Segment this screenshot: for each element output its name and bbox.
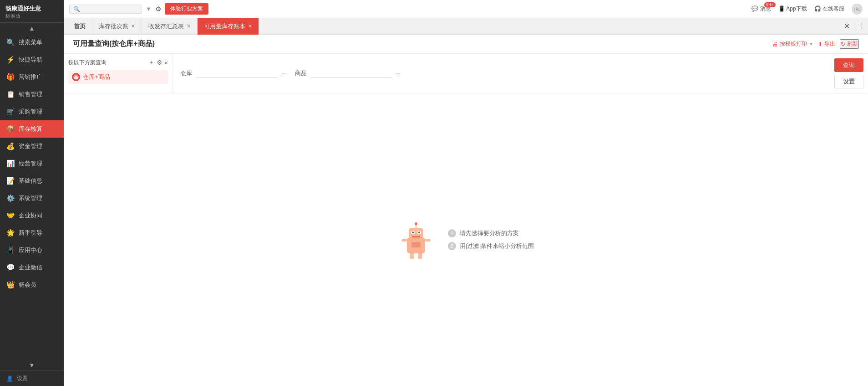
expand-tab-btn[interactable]: ⛶ xyxy=(853,22,864,31)
scroll-up-btn[interactable]: ▲ xyxy=(0,23,64,34)
message-area[interactable]: 💬 消息 99+ xyxy=(751,5,771,13)
sidebar-header: 畅康通好生意 标准版 xyxy=(0,0,64,23)
print-label: 按模板打印 xyxy=(780,40,807,48)
tab-receive-summary[interactable]: 收发存汇总表 ✕ xyxy=(142,18,198,35)
sidebar-item-wechat[interactable]: 💬 企业微信 xyxy=(0,259,64,276)
sidebar-item-appstore[interactable]: 📱 应用中心 xyxy=(0,242,64,259)
sidebar-item-purchase[interactable]: 🛒 采购管理 xyxy=(0,103,64,120)
sidebar-item-label: 采购管理 xyxy=(19,108,42,116)
refresh-btn[interactable]: ↻ 刷新 xyxy=(840,39,859,49)
goods-input[interactable] xyxy=(310,69,392,78)
query-section: 按以下方案查询 ＋ ⚙ « 仓库+商品 xyxy=(64,54,868,93)
empty-tip-2: 2 用[过滤]条件来缩小分析范围 xyxy=(448,242,534,250)
lightning-icon: ⚡ xyxy=(6,56,15,64)
online-service-label: 在线客服 xyxy=(822,5,844,12)
export-label: 导出 xyxy=(824,40,835,48)
goods-label: 商品 xyxy=(295,69,307,77)
search-box: 🔍 xyxy=(69,5,142,14)
sidebar-item-quick-nav[interactable]: ⚡ 快捷导航 xyxy=(0,51,64,68)
tabs-bar: 首页 库存批次账 ✕ 收发存汇总表 ✕ 可用量库存账本 ✕ ✕ ⛶ xyxy=(64,18,868,35)
print-btn[interactable]: 🖨 按模板打印 ▼ xyxy=(772,40,813,48)
warehouse-more[interactable]: ··· xyxy=(281,70,286,77)
tab-receive-summary-close[interactable]: ✕ xyxy=(187,23,191,29)
scheme-icon xyxy=(72,73,80,81)
avatar[interactable]: Rit xyxy=(852,4,863,15)
sidebar-item-label: 基础信息 xyxy=(19,177,42,185)
export-btn[interactable]: ⬆ 导出 xyxy=(818,40,835,48)
refresh-label: 刷新 xyxy=(847,40,858,48)
search-input[interactable] xyxy=(82,6,127,12)
crown-icon: 👑 xyxy=(6,281,15,289)
main-area: 🔍 ▼ ⚙ 体验行业方案 💬 消息 99+ 📱 App下载 🎧 在线客服 Rit xyxy=(64,0,868,386)
tab-available-ledger-label: 可用量库存账本 xyxy=(204,22,245,31)
tab-batch-ledger-label: 库存批次账 xyxy=(99,22,128,31)
tip-num-1: 1 xyxy=(448,229,456,237)
tip-text-2: 用[过滤]条件来缩小分析范围 xyxy=(460,242,534,250)
headset-icon: 🎧 xyxy=(814,5,821,12)
tab-available-ledger-close[interactable]: ✕ xyxy=(248,23,252,29)
sidebar-item-basics[interactable]: 📝 基础信息 xyxy=(0,172,64,190)
add-scheme-btn[interactable]: ＋ xyxy=(148,58,155,67)
sidebar-item-label: 销售管理 xyxy=(19,90,42,98)
industry-btn[interactable]: 体验行业方案 xyxy=(165,3,208,15)
sidebar-item-label: 企业微信 xyxy=(19,263,42,272)
tab-home-label: 首页 xyxy=(74,22,86,31)
sidebar-footer: 👤 设置 xyxy=(0,371,64,386)
money-icon: 💰 xyxy=(6,142,15,150)
online-service[interactable]: 🎧 在线客服 xyxy=(814,5,844,13)
chat-icon: 💬 xyxy=(6,263,15,272)
query-btn[interactable]: 查询 xyxy=(834,58,863,72)
dropdown-arrow[interactable]: ▼ xyxy=(146,5,152,12)
handshake-icon: 🤝 xyxy=(6,211,15,220)
brand-name: 畅康通好生意 xyxy=(5,5,58,13)
collapse-btn[interactable]: « xyxy=(164,58,168,67)
query-sidebar-header: 按以下方案查询 ＋ ⚙ « xyxy=(68,58,168,67)
settings-icon[interactable]: ⚙ xyxy=(155,5,161,13)
query-buttons: 查询 设置 xyxy=(830,54,868,93)
settings-btn[interactable]: 设置 xyxy=(834,75,863,88)
sidebar-item-sales[interactable]: 📋 销售管理 xyxy=(0,86,64,103)
tab-batch-ledger[interactable]: 库存批次账 ✕ xyxy=(92,18,142,35)
tip-num-2: 2 xyxy=(448,242,456,250)
sidebar-item-finance[interactable]: 💰 资金管理 xyxy=(0,138,64,155)
phone-icon: 📱 xyxy=(778,5,785,12)
sidebar-item-newbie[interactable]: 🌟 新手引导 xyxy=(0,224,64,242)
print-arrow: ▼ xyxy=(809,41,813,46)
svg-point-5 xyxy=(412,232,414,233)
message-icon: 💬 xyxy=(751,5,758,12)
scheme-item-warehouse-goods[interactable]: 仓库+商品 xyxy=(68,70,168,84)
svg-rect-13 xyxy=(418,252,422,259)
sidebar-item-member[interactable]: 👑 畅会员 xyxy=(0,276,64,293)
tab-available-ledger[interactable]: 可用量库存账本 ✕ xyxy=(198,18,259,35)
export-icon: ⬆ xyxy=(818,41,822,47)
warehouse-input[interactable] xyxy=(196,69,278,78)
star-icon: 🌟 xyxy=(6,229,15,237)
svg-point-6 xyxy=(418,232,420,233)
sidebar-item-system[interactable]: ⚙️ 系统管理 xyxy=(0,190,64,207)
section-label: 按以下方案查询 xyxy=(68,59,107,67)
scroll-down-btn[interactable]: ▼ xyxy=(0,360,64,371)
close-tab-btn[interactable]: ✕ xyxy=(842,22,852,31)
query-filters: 仓库 ··· 商品 ··· xyxy=(173,54,830,93)
query-sidebar-actions: ＋ ⚙ « xyxy=(148,58,168,67)
user-name: Rit xyxy=(854,6,860,11)
app-download[interactable]: 📱 App下载 xyxy=(778,5,807,13)
content-area: 可用量查询(按仓库+商品) 🖨 按模板打印 ▼ ⬆ 导出 ↻ 刷新 xyxy=(64,35,868,386)
box-icon: 📦 xyxy=(6,125,15,133)
scheme-label: 仓库+商品 xyxy=(83,73,110,81)
sidebar-item-inventory[interactable]: 📦 库存核算 xyxy=(0,120,64,138)
edit-scheme-btn[interactable]: ⚙ xyxy=(157,58,162,67)
search-icon: 🔍 xyxy=(73,6,80,12)
tab-home[interactable]: 首页 xyxy=(67,18,92,35)
tab-batch-ledger-close[interactable]: ✕ xyxy=(131,23,135,29)
empty-robot-illustration xyxy=(398,221,434,258)
sidebar-item-label: 库存核算 xyxy=(19,125,42,133)
goods-more[interactable]: ··· xyxy=(396,70,401,77)
goods-filter-group: 商品 ··· xyxy=(295,69,401,78)
sidebar-item-search[interactable]: 🔍 搜索菜单 xyxy=(0,34,64,51)
sidebar-item-enterprise[interactable]: 🤝 企业协同 xyxy=(0,207,64,224)
tab-receive-summary-label: 收发存汇总表 xyxy=(148,22,184,31)
sidebar-item-marketing[interactable]: 🎁 营销推广 xyxy=(0,68,64,86)
sidebar-item-operations[interactable]: 📊 经营管理 xyxy=(0,155,64,172)
warehouse-label: 仓库 xyxy=(180,69,192,77)
